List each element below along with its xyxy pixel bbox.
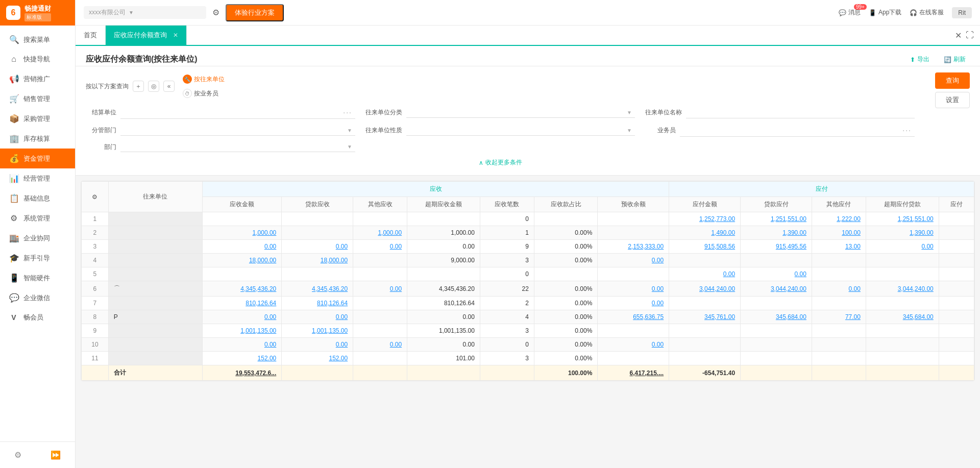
partner-nature-input[interactable]: ▼	[406, 126, 635, 136]
sidebar-item-operations[interactable]: 📊 经营管理	[0, 168, 75, 188]
msg-icon: 💬	[839, 9, 846, 16]
salesperson-dots-icon[interactable]: ···	[902, 126, 912, 134]
dept-label: 部门	[86, 143, 116, 152]
sidebar-item-inventory[interactable]: 🏢 库存核算	[0, 129, 75, 149]
app-icon: 📱	[869, 9, 876, 16]
sidebar-item-corp[interactable]: 🏬 企业协同	[0, 228, 75, 248]
page-header: 应收应付余额查询(按往来单位) ⬆ 导出 🔄 刷新	[76, 46, 980, 66]
collapse-icon: ∧	[479, 159, 483, 166]
sidebar-menu: 🔍 搜索菜单 ⌂ 快捷导航 📢 营销推广 🛒 销售管理 📦 采购管理 🏢 库存核…	[0, 26, 75, 441]
table-row: 11152.00152.00101.0030.00%	[82, 352, 974, 365]
th-ap-loan: 贷款应付	[741, 197, 812, 212]
salesperson-label: 业务员	[645, 126, 676, 135]
th-ap-col: 应付	[939, 197, 974, 212]
sidebar-item-marketing[interactable]: 📢 营销推广	[0, 69, 75, 89]
partner-name-label: 往来单位名称	[645, 108, 682, 117]
marketing-icon: 📢	[9, 74, 18, 84]
refresh-icon: 🔄	[944, 56, 951, 63]
sidebar-item-sales[interactable]: 🛒 销售管理	[0, 89, 75, 109]
corp-icon: 🏬	[9, 233, 18, 243]
filter-scheme-salesperson[interactable]: ⏱ 按业务员	[179, 87, 229, 100]
table-row: 500.000.00	[82, 267, 974, 281]
tab-close-icon[interactable]: ✕	[173, 32, 178, 39]
table-row: 100.000.000.000.0000.00%0.00	[82, 338, 974, 352]
sales-icon: 🛒	[9, 94, 18, 104]
filter-settlement-unit: 结算单位 ···	[86, 106, 355, 119]
filter-partner-nature: 往来单位性质 ▼	[365, 124, 635, 137]
table-row: 6⌒4,345,436.204,345,436.200.004,345,436.…	[82, 281, 974, 297]
tab-bar: 首页 应收应付余额查询 ✕ ✕ ⛶	[76, 26, 980, 46]
filter-add-button[interactable]: ＋	[133, 81, 144, 92]
table-row: 7810,126.64810,126.64810,126.6420.00%0.0…	[82, 297, 974, 310]
sidebar-settings-btn[interactable]: ⚙	[11, 447, 24, 463]
settings-button[interactable]: 设置	[935, 92, 970, 108]
filter-scheme-partner[interactable]: 🔧 按往来单位	[179, 72, 229, 86]
sidebar-item-member[interactable]: V 畅会员	[0, 308, 75, 327]
salesperson-input[interactable]: ···	[680, 124, 915, 137]
table-row: 418,000.0018,000.009,000.0030.00%0.00	[82, 254, 974, 267]
header-service-btn[interactable]: 🎧 在线客服	[910, 8, 944, 17]
tab-expand-icon[interactable]: ⛶	[966, 31, 974, 40]
sidebar-item-base[interactable]: 📋 基础信息	[0, 188, 75, 208]
settlement-label: 结算单位	[86, 108, 116, 117]
dept-charge-chevron-icon: ▼	[347, 128, 352, 133]
header-breadcrumb[interactable]: xxxx有限公司 ▼	[84, 6, 206, 19]
export-button[interactable]: ⬆ 导出	[906, 53, 934, 66]
th-settings[interactable]: ⚙	[82, 182, 109, 212]
sidebar-item-search[interactable]: 🔍 搜索菜单	[0, 30, 75, 50]
th-ap-overdue: 超期应付贷款	[866, 197, 939, 212]
sidebar-item-finance[interactable]: 💰 资金管理	[0, 149, 75, 168]
sidebar-collapse-btn[interactable]: ⏩	[47, 447, 64, 463]
dept-charge-label: 分管部门	[86, 126, 116, 135]
data-table: ⚙ 往来单位 应收 应付 应收金额 贷款应收 其他应收 超期应收金额 应收笔数 …	[81, 181, 974, 381]
filter-dept-charge: 分管部门 ▼	[86, 124, 355, 137]
dept-charge-input[interactable]: ▼	[120, 126, 355, 136]
settlement-input[interactable]: ···	[120, 106, 355, 119]
collapse-button[interactable]: ∧ 收起更多条件	[86, 156, 915, 169]
finance-icon: 💰	[9, 154, 18, 163]
filter-target-button[interactable]: ◎	[148, 81, 159, 92]
sidebar: 6 畅捷通财 标准版 🔍 搜索菜单 ⌂ 快捷导航 📢 营销推广 🛒 销售管理 📦…	[0, 0, 76, 468]
header-msg-btn[interactable]: 💬 消息 99+	[839, 8, 861, 17]
settlement-dots-icon[interactable]: ···	[343, 108, 352, 116]
sidebar-item-wechat[interactable]: 💬 企业微信	[0, 288, 75, 308]
export-icon: ⬆	[910, 56, 915, 63]
sidebar-item-guide[interactable]: 🎓 新手引导	[0, 248, 75, 268]
header-app-btn[interactable]: 📱 App下载	[869, 8, 901, 17]
sidebar-item-quick[interactable]: ⌂ 快捷导航	[0, 50, 75, 69]
dept-chevron-icon: ▼	[347, 144, 352, 150]
footer-ap-amount: -654,751.40	[669, 365, 741, 381]
dept-input[interactable]: ▼	[120, 142, 355, 152]
tab-ar-query[interactable]: 应收应付余额查询 ✕	[106, 26, 187, 45]
partner-name-input[interactable]	[686, 107, 915, 118]
header-settings-icon[interactable]: ⚙	[212, 8, 219, 17]
th-ar-count: 应收笔数	[480, 197, 534, 212]
scheme-partner-icon: 🔧	[183, 75, 192, 84]
sidebar-item-hardware[interactable]: 📱 智能硬件	[0, 268, 75, 288]
footer-ar-amount[interactable]: 19,553,472.6...	[203, 365, 282, 381]
header-user-btn[interactable]: Rit	[952, 7, 972, 18]
th-ar-group: 应收	[203, 182, 669, 197]
tab-close-all-icon[interactable]: ✕	[955, 31, 962, 40]
refresh-button[interactable]: 🔄 刷新	[940, 53, 970, 66]
query-actions: 查询 设置	[925, 72, 970, 108]
partner-category-input[interactable]: ▼	[406, 108, 635, 118]
promo-button[interactable]: 体验行业方案	[226, 4, 284, 21]
footer-ar-ratio: 100.00%	[534, 365, 597, 381]
base-icon: 📋	[9, 193, 18, 203]
partner-nature-chevron-icon: ▼	[627, 128, 632, 133]
sidebar-item-system[interactable]: ⚙ 系统管理	[0, 208, 75, 228]
tab-home[interactable]: 首页	[76, 26, 106, 45]
sidebar-item-purchase[interactable]: 📦 采购管理	[0, 109, 75, 129]
tab-bar-actions: ✕ ⛶	[949, 26, 980, 45]
filter-collapse-btn[interactable]: «	[163, 81, 175, 92]
company-name: xxxx有限公司	[89, 8, 126, 17]
tab-home-label: 首页	[84, 31, 97, 40]
table-footer-row: 合计 19,553,472.6... 100.00% 6,417,215....…	[82, 365, 974, 381]
sidebar-bottom: ⚙ ⏩	[0, 441, 75, 468]
service-icon: 🎧	[910, 9, 917, 16]
tab-ar-label: 应收应付余额查询	[114, 31, 167, 40]
query-button[interactable]: 查询	[935, 72, 970, 89]
filter-partner-name: 往来单位名称	[645, 106, 915, 119]
footer-ar-prepaid[interactable]: 6,417,215....	[598, 365, 669, 381]
